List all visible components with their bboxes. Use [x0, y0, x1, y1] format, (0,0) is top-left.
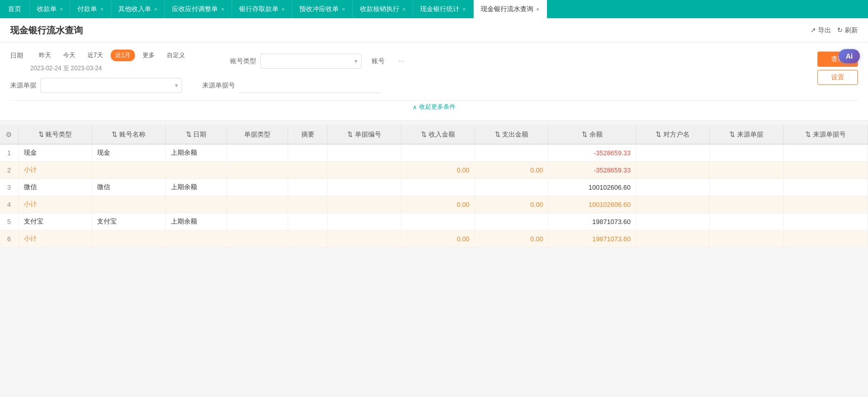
export-label: 导出 [818, 26, 831, 35]
table-cell: 5 [0, 213, 18, 230]
export-button[interactable]: ↗ 导出 [810, 26, 831, 35]
col-balance[interactable]: ⇅ 余额 [549, 125, 636, 144]
tab-close-8[interactable]: × [536, 6, 539, 12]
tab-label-5: 预收冲应收单 [299, 5, 339, 14]
col-counterparty[interactable]: ⇅ 对方户名 [636, 125, 710, 144]
table-cell: 0.00 [401, 196, 475, 213]
table-cell [328, 144, 401, 161]
table-cell: 0.00 [475, 196, 549, 213]
collapse-bar[interactable]: ∧ 收起更多条件 [10, 100, 858, 113]
nav-tab-2[interactable]: 其他收入单 × [111, 0, 165, 18]
table-cell [636, 179, 710, 196]
date-label: 日期 [10, 51, 30, 60]
col-doc-type-label: 单据类型 [244, 130, 270, 138]
table-cell [227, 230, 288, 247]
settings-button[interactable]: 设置 [817, 70, 858, 85]
export-icon: ↗ [810, 26, 816, 34]
table-cell: 6 [0, 230, 18, 247]
tab-close-5[interactable]: × [342, 6, 345, 12]
col-doc-no-label: ⇅ 单据编号 [347, 130, 381, 138]
col-doc-no[interactable]: ⇅ 单据编号 [328, 125, 401, 144]
date-btn-more[interactable]: 更多 [138, 50, 159, 61]
source-doc-select[interactable] [40, 78, 182, 93]
table-cell: 上期余额 [165, 144, 226, 161]
ai-badge[interactable]: Ai [839, 49, 860, 63]
table-row: 2小计0.000.00-3528659.33 [0, 161, 868, 179]
nav-tab-6[interactable]: 收款核销执行 × [353, 0, 413, 18]
table-cell: 现金 [92, 144, 166, 161]
tab-close-6[interactable]: × [402, 6, 405, 12]
table-cell [288, 144, 328, 161]
filter-area: 日期 昨天 今天 近7天 近1月 更多 自定义 2023-02-24 至 202… [0, 42, 868, 121]
table-body: 1现金现金上期余额-3528659.332小计0.000.00-3528659.… [0, 144, 868, 247]
tab-close-4[interactable]: × [282, 6, 285, 12]
tab-close-2[interactable]: × [154, 6, 157, 12]
data-table: ⚙ ⇅ 账号类型 ⇅ 账号名称 ⇅ 日期 单据类型 摘要 ⇅ 单 [0, 125, 868, 248]
date-btn-custom[interactable]: 自定义 [162, 50, 190, 61]
nav-home[interactable]: 首页 [0, 0, 30, 18]
table-cell: 小计 [18, 196, 92, 213]
table-cell [710, 179, 784, 196]
refresh-label: 刷新 [845, 26, 858, 35]
table-cell [227, 213, 288, 230]
table-cell: 支付宝 [18, 213, 92, 230]
table-row: 5支付宝支付宝上期余额19871073.60 [0, 213, 868, 230]
account-label: 账号 [372, 57, 392, 66]
col-doc-type[interactable]: 单据类型 [227, 125, 288, 144]
table-cell [783, 161, 867, 179]
date-btn-1month[interactable]: 近1月 [111, 50, 135, 61]
table-cell [710, 144, 784, 161]
table-cell: 小计 [18, 161, 92, 179]
col-source-doc-no-label: ⇅ 来源单据号 [805, 130, 846, 138]
nav-tab-5[interactable]: 预收冲应收单 × [292, 0, 352, 18]
col-date[interactable]: ⇅ 日期 [165, 125, 226, 144]
refresh-button[interactable]: ↻ 刷新 [837, 26, 858, 35]
account-dots[interactable]: ··· [398, 57, 404, 66]
col-expense-label: ⇅ 支出金额 [495, 130, 529, 138]
col-account-name[interactable]: ⇅ 账号名称 [92, 125, 166, 144]
page-title: 现金银行流水查询 [10, 24, 83, 36]
table-row: 3微信微信上期余额100102606.60 [0, 179, 868, 196]
table-cell [328, 161, 401, 179]
table-cell [288, 230, 328, 247]
tab-close-7[interactable]: × [463, 6, 466, 12]
table-cell [783, 144, 867, 161]
nav-tab-8[interactable]: 现金银行流水查询 × [474, 0, 547, 18]
nav-tab-4[interactable]: 银行存取款单 × [232, 0, 292, 18]
date-btn-7days[interactable]: 近7天 [83, 50, 108, 61]
tab-close-3[interactable]: × [221, 6, 224, 12]
gear-icon[interactable]: ⚙ [6, 130, 12, 139]
col-source-doc-no[interactable]: ⇅ 来源单据号 [783, 125, 867, 144]
col-expense[interactable]: ⇅ 支出金额 [475, 125, 549, 144]
col-account-name-label: ⇅ 账号名称 [112, 130, 146, 138]
table-cell [783, 213, 867, 230]
nav-tab-3[interactable]: 应收应付调整单 × [165, 0, 232, 18]
table-cell: 3 [0, 179, 18, 196]
table-row: 4小计0.000.00100102606.60 [0, 196, 868, 213]
table-cell [92, 161, 166, 179]
table-cell: -3528659.33 [549, 161, 636, 179]
table-cell: 微信 [92, 179, 166, 196]
tab-close-1[interactable]: × [100, 6, 103, 12]
col-source-doc-label: ⇅ 来源单据 [729, 130, 763, 138]
tab-close-0[interactable]: × [60, 6, 63, 12]
top-nav: 首页 收款单 × 付款单 × 其他收入单 × 应收应付调整单 × 银行存取款单 … [0, 0, 868, 18]
col-settings[interactable]: ⚙ [0, 125, 18, 144]
account-type-select[interactable] [260, 54, 361, 69]
col-income[interactable]: ⇅ 收入金额 [401, 125, 475, 144]
date-btn-yesterday[interactable]: 昨天 [34, 50, 56, 61]
filter-row-1: 日期 昨天 今天 近7天 近1月 更多 自定义 2023-02-24 至 202… [10, 50, 802, 73]
source-doc-no-input[interactable] [239, 78, 381, 93]
nav-tab-7[interactable]: 现金银行统计 × [413, 0, 473, 18]
col-summary[interactable]: 摘要 [288, 125, 328, 144]
date-btn-today[interactable]: 今天 [59, 50, 80, 61]
col-account-type[interactable]: ⇅ 账号类型 [18, 125, 92, 144]
col-source-doc[interactable]: ⇅ 来源单据 [710, 125, 784, 144]
collapse-label: 收起更多条件 [419, 103, 455, 111]
nav-tab-0[interactable]: 收款单 × [30, 0, 70, 18]
table-cell [328, 230, 401, 247]
table-cell: 0.00 [475, 161, 549, 179]
home-label: 首页 [8, 5, 21, 14]
nav-tab-1[interactable]: 付款单 × [70, 0, 111, 18]
tab-label-2: 其他收入单 [118, 5, 151, 14]
